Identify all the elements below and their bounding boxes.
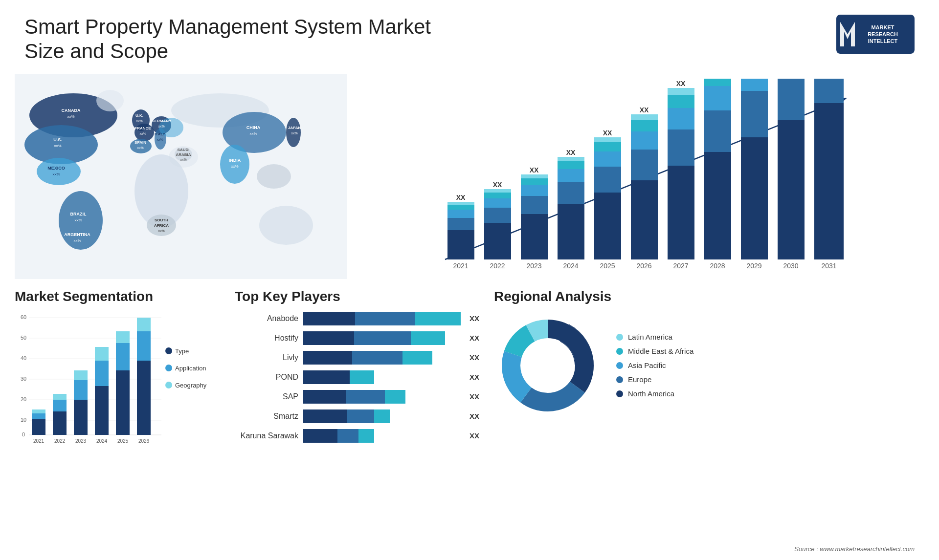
- player-value: XX: [470, 373, 479, 381]
- svg-text:XX: XX: [676, 80, 686, 87]
- player-bar: [303, 409, 390, 423]
- svg-rect-87: [594, 151, 621, 167]
- player-name: Anabode: [235, 314, 298, 323]
- player-value: XX: [470, 314, 479, 323]
- regional-title: Regional Analysis: [494, 289, 924, 304]
- svg-text:2026: 2026: [636, 262, 651, 270]
- player-bar: [303, 429, 374, 443]
- page-title: Smart Property Management System Market …: [24, 15, 465, 64]
- svg-text:2028: 2028: [710, 262, 725, 270]
- donut-chart: [494, 312, 602, 419]
- svg-rect-149: [74, 380, 88, 400]
- legend-label: Asia Pacific: [628, 361, 666, 369]
- svg-rect-85: [594, 193, 621, 259]
- svg-rect-64: [484, 223, 511, 259]
- svg-text:SPAIN: SPAIN: [134, 140, 146, 145]
- svg-text:BRAZIL: BRAZIL: [70, 212, 87, 216]
- svg-rect-60: [447, 205, 474, 210]
- svg-rect-94: [631, 131, 658, 150]
- list-item: SAP XX: [235, 390, 479, 404]
- list-item: POND XX: [235, 370, 479, 384]
- segmentation-section: Market Segmentation 60 50 40 30 20 10 0: [15, 289, 220, 449]
- svg-text:xx%: xx%: [139, 132, 146, 135]
- players-section: Top Key Players Anabode XX Hostify: [235, 289, 479, 449]
- bar-chart: XX 2021 XX 2022 XX 2023 XX 20: [367, 79, 915, 274]
- svg-rect-115: [741, 79, 768, 91]
- svg-text:xx%: xx%: [52, 172, 60, 176]
- svg-rect-113: [741, 137, 768, 259]
- svg-rect-102: [668, 95, 694, 108]
- svg-rect-95: [631, 120, 658, 131]
- svg-rect-107: [704, 110, 731, 152]
- legend-item-latin-america: Latin America: [616, 333, 693, 341]
- player-name: POND: [235, 373, 298, 382]
- legend-dot-latin-america: [616, 334, 623, 341]
- svg-rect-88: [594, 142, 621, 151]
- svg-text:xx%: xx%: [158, 229, 164, 233]
- player-bar-container: [303, 312, 461, 325]
- svg-rect-145: [53, 400, 67, 411]
- svg-text:JAPAN: JAPAN: [288, 126, 301, 130]
- svg-text:xx%: xx%: [249, 131, 257, 136]
- svg-point-4: [37, 158, 81, 185]
- svg-text:2024: 2024: [96, 438, 108, 444]
- svg-text:INDIA: INDIA: [229, 158, 241, 163]
- company-logo: MARKET RESEARCH INTELLECT: [836, 15, 915, 54]
- svg-rect-152: [95, 386, 109, 435]
- svg-rect-119: [778, 79, 805, 120]
- svg-rect-61: [447, 202, 474, 205]
- segmentation-title: Market Segmentation: [15, 289, 220, 304]
- svg-rect-57: [447, 230, 474, 259]
- player-bar: [303, 390, 405, 404]
- list-item: Hostify XX: [235, 331, 479, 345]
- donut-svg: [494, 312, 602, 419]
- svg-text:xx%: xx%: [231, 164, 238, 169]
- svg-rect-140: [32, 419, 45, 435]
- svg-text:xx%: xx%: [291, 131, 297, 135]
- svg-rect-109: [704, 79, 731, 86]
- legend-item-mea: Middle East & Africa: [616, 347, 693, 355]
- svg-rect-58: [447, 218, 474, 230]
- svg-rect-65: [484, 208, 511, 223]
- svg-text:xx%: xx%: [54, 144, 61, 148]
- players-title: Top Key Players: [235, 289, 479, 304]
- svg-text:40: 40: [21, 355, 26, 361]
- svg-rect-67: [484, 193, 511, 198]
- svg-text:2025: 2025: [600, 262, 615, 270]
- svg-rect-142: [32, 409, 45, 413]
- svg-text:2029: 2029: [746, 262, 761, 270]
- svg-rect-146: [53, 394, 67, 400]
- svg-rect-93: [631, 150, 658, 180]
- svg-text:xx%: xx%: [67, 114, 74, 119]
- svg-rect-92: [631, 180, 658, 259]
- svg-rect-162: [137, 318, 151, 331]
- seg-chart-svg: 60 50 40 30 20 10 0 2021: [15, 312, 220, 449]
- legend-dot-north-america: [616, 390, 623, 397]
- svg-text:XX: XX: [493, 181, 502, 189]
- svg-rect-153: [95, 361, 109, 386]
- svg-text:CHINA: CHINA: [246, 125, 261, 130]
- svg-text:XX: XX: [640, 106, 649, 114]
- svg-rect-66: [484, 198, 511, 208]
- legend-dot-mea: [616, 348, 623, 355]
- svg-rect-74: [521, 178, 548, 185]
- svg-point-176: [521, 339, 575, 392]
- svg-text:U.K.: U.K.: [135, 113, 143, 118]
- map-section: CANADA xx% U.S. xx% MEXICO xx% BRAZIL xx…: [15, 74, 347, 279]
- svg-point-20: [257, 164, 291, 189]
- player-name: Smartz: [235, 412, 298, 421]
- svg-text:Geography: Geography: [175, 382, 207, 389]
- legend-dot-europe: [616, 376, 623, 383]
- bar-chart-section: XX 2021 XX 2022 XX 2023 XX 20: [357, 74, 924, 279]
- world-map: CANADA xx% U.S. xx% MEXICO xx% BRAZIL xx…: [15, 74, 347, 279]
- player-bar-container: [303, 409, 461, 423]
- svg-rect-79: [558, 182, 584, 204]
- svg-rect-157: [116, 343, 130, 370]
- svg-rect-150: [74, 370, 88, 380]
- svg-point-6: [96, 90, 124, 111]
- svg-rect-161: [137, 331, 151, 361]
- svg-rect-82: [558, 157, 584, 161]
- svg-text:XX: XX: [566, 149, 576, 156]
- legend-label: North America: [628, 389, 674, 398]
- svg-rect-81: [558, 161, 584, 169]
